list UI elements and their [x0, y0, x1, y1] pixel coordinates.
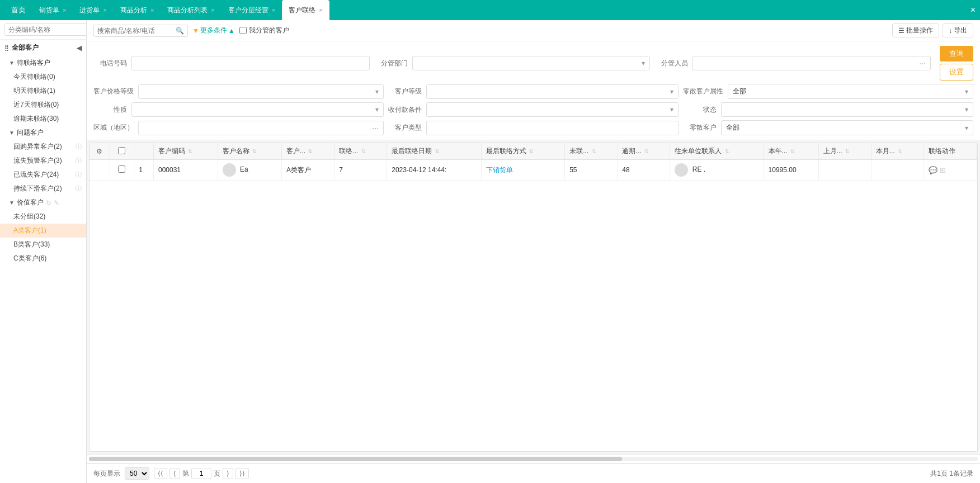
chat-action-icon[interactable]: 💬 — [929, 166, 937, 174]
sidebar-item-today[interactable]: 今天待联络(0) — [0, 70, 86, 84]
col-settings[interactable]: ⚙ — [89, 143, 110, 160]
row-thismonth-cell — [871, 160, 924, 181]
col-this-year[interactable]: 本年... ⇅ — [764, 143, 818, 160]
sort-code-icon: ⇅ — [188, 149, 192, 154]
collapse-sidebar-icon[interactable]: ◀ — [77, 44, 82, 52]
col-select-all[interactable] — [110, 143, 134, 160]
row-checkbox[interactable] — [118, 165, 125, 173]
col-last-month[interactable]: 上月... ⇅ — [818, 143, 871, 160]
data-table: ⚙ 客户编码 ⇅ 客户名称 ⇅ — [89, 143, 977, 181]
first-page-button[interactable]: ⟨⟨ — [154, 468, 167, 479]
close-analysis-tab[interactable]: × — [150, 7, 154, 13]
refresh-icon[interactable]: ↻ — [46, 199, 51, 207]
person-select[interactable]: ··· — [692, 56, 931, 70]
filter-more-btn[interactable]: ▼ 更多条件 ▲ — [192, 26, 235, 35]
col-overdue[interactable]: 逾期... ⇅ — [618, 143, 670, 160]
row-checkbox-cell[interactable] — [110, 160, 134, 181]
next-page-button[interactable]: ⟩ — [223, 468, 233, 479]
sidebar-item-overdue[interactable]: 逾期未联络(30) — [0, 112, 86, 126]
per-page-select[interactable]: 50 — [125, 467, 149, 480]
col-last-contact-way[interactable]: 最后联络方式 ⇅ — [481, 143, 565, 160]
sidebar-group-value[interactable]: ▼ 价值客户 ↻ ✎ — [0, 196, 86, 210]
phone-input[interactable] — [131, 56, 370, 70]
col-name[interactable]: 客户名称 ⇅ — [218, 143, 282, 160]
col-last-contact-date[interactable]: 最后联络日期 ⇅ — [387, 143, 481, 160]
nav-tab-customer-contact[interactable]: 客户联络 × — [282, 0, 329, 20]
sidebar-item-lost[interactable]: 已流失客户(24) ⓘ — [0, 168, 86, 182]
settings-button[interactable]: 设置 — [940, 64, 973, 80]
horizontal-scrollbar[interactable] — [87, 454, 980, 463]
sidebar-item-c-class[interactable]: C类客户(6) — [0, 252, 86, 266]
batch-icon: ☰ — [898, 27, 904, 35]
last-contact-way-link[interactable]: 下销货单 — [486, 166, 513, 174]
nav-tab-customer-segment[interactable]: 客户分层经营 × — [222, 0, 282, 20]
nature-select[interactable]: ▾ — [131, 102, 384, 117]
status-select[interactable]: ▾ — [721, 102, 973, 117]
close-all-tabs[interactable]: × — [970, 5, 976, 15]
dept-select[interactable]: ▾ — [412, 56, 651, 70]
top-nav: 首页 销货单 × 进货单 × 商品分析 × 商品分析列表 × 客户分层经营 × … — [0, 0, 980, 20]
batch-op-button[interactable]: ☰ 批量操作 — [892, 23, 939, 37]
page-input[interactable] — [191, 468, 211, 479]
filter-search-icon[interactable]: 🔍 — [176, 27, 184, 35]
grade-select[interactable]: ▾ — [426, 84, 679, 99]
my-customers-filter[interactable]: 我分管的客户 — [239, 26, 289, 35]
sidebar-search-input[interactable] — [4, 23, 87, 36]
price-grade-select[interactable]: ▾ — [138, 84, 384, 99]
query-button[interactable]: 查询 — [940, 46, 973, 61]
sidebar-item-warning[interactable]: 流失预警客户(3) ⓘ — [0, 154, 86, 168]
close-purchase-tab[interactable]: × — [103, 7, 106, 13]
grid-icon: ⣿ — [4, 45, 8, 51]
select-all-checkbox[interactable] — [118, 147, 125, 154]
close-segment-tab[interactable]: × — [272, 7, 275, 13]
retail-select[interactable]: 全部 ▾ — [721, 120, 973, 135]
sidebar-item-declining[interactable]: 持续下滑客户(2) ⓘ — [0, 182, 86, 196]
col-unit-contact[interactable]: 往来单位联系人 ⇅ — [670, 143, 764, 160]
nav-home[interactable]: 首页 — [4, 5, 32, 15]
close-analysis-list-tab[interactable]: × — [211, 7, 214, 13]
col-contact[interactable]: 联络... ⇅ — [334, 143, 387, 160]
sidebar-item-a-class[interactable]: A类客户(1) — [0, 224, 86, 238]
nav-tab-sales[interactable]: 销货单 × — [32, 0, 73, 20]
grid-action-icon[interactable]: ⊞ — [940, 166, 946, 174]
retail-attr-select[interactable]: 全部 ▾ — [728, 84, 973, 99]
sort-not-icon: ⇅ — [592, 149, 596, 154]
row-type-cell: A类客户 — [282, 160, 334, 181]
type-select[interactable] — [426, 121, 679, 135]
row-way-cell[interactable]: 下销货单 — [481, 160, 565, 181]
my-customers-checkbox[interactable] — [239, 27, 247, 34]
prev-page-button[interactable]: ⟨ — [169, 468, 180, 479]
total-info: 共1页 1条记录 — [930, 469, 973, 479]
edit-groups-icon[interactable]: ✎ — [54, 199, 59, 207]
row-actions: 💬 ⊞ — [929, 166, 972, 174]
sidebar-item-ungroup[interactable]: 未分组(32) — [0, 210, 86, 224]
filter-action-area: ☰ 批量操作 ↓ 导出 — [892, 23, 973, 37]
close-sales-tab[interactable]: × — [63, 7, 66, 13]
sidebar-item-abnormal[interactable]: 回购异常客户(2) ⓘ — [0, 140, 86, 154]
filter-bar: 🔍 ▼ 更多条件 ▲ 我分管的客户 ☰ 批量操作 ↓ 导出 — [87, 20, 980, 41]
region-select[interactable]: ··· — [138, 121, 384, 135]
avatar — [223, 163, 236, 177]
nav-tab-purchase[interactable]: 进货单 × — [73, 0, 113, 20]
filter-search-area: 🔍 — [93, 25, 188, 37]
sidebar-group-pending[interactable]: ▼ 待联络客户 — [0, 56, 86, 70]
nav-tab-analysis[interactable]: 商品分析 × — [114, 0, 161, 20]
filter-search-input[interactable] — [97, 27, 176, 35]
row-contact-cell: 7 — [334, 160, 387, 181]
col-this-month[interactable]: 本月... ⇅ — [871, 143, 924, 160]
nav-tab-analysis-list[interactable]: 商品分析列表 × — [161, 0, 221, 20]
grade-field: 客户等级 ▾ — [388, 84, 679, 99]
dept-field: 分管部门 ▾ — [374, 56, 651, 70]
export-button[interactable]: ↓ 导出 — [943, 23, 973, 37]
last-page-button[interactable]: ⟩⟩ — [235, 468, 249, 479]
all-customers-header[interactable]: ⣿ 全部客户 ◀ — [0, 40, 86, 56]
close-contact-tab[interactable]: × — [319, 7, 322, 13]
sidebar-item-tomorrow[interactable]: 明天待联络(1) — [0, 84, 86, 98]
payment-select[interactable]: ▾ — [426, 102, 679, 117]
col-code[interactable]: 客户编码 ⇅ — [153, 143, 218, 160]
col-customer-type[interactable]: 客户... ⇅ — [282, 143, 334, 160]
col-not-contact[interactable]: 未联... ⇅ — [565, 143, 618, 160]
sidebar-item-7days[interactable]: 近7天待联络(0) — [0, 98, 86, 112]
sidebar-group-problem[interactable]: ▼ 问题客户 — [0, 126, 86, 140]
sidebar-item-b-class[interactable]: B类客户(33) — [0, 238, 86, 252]
